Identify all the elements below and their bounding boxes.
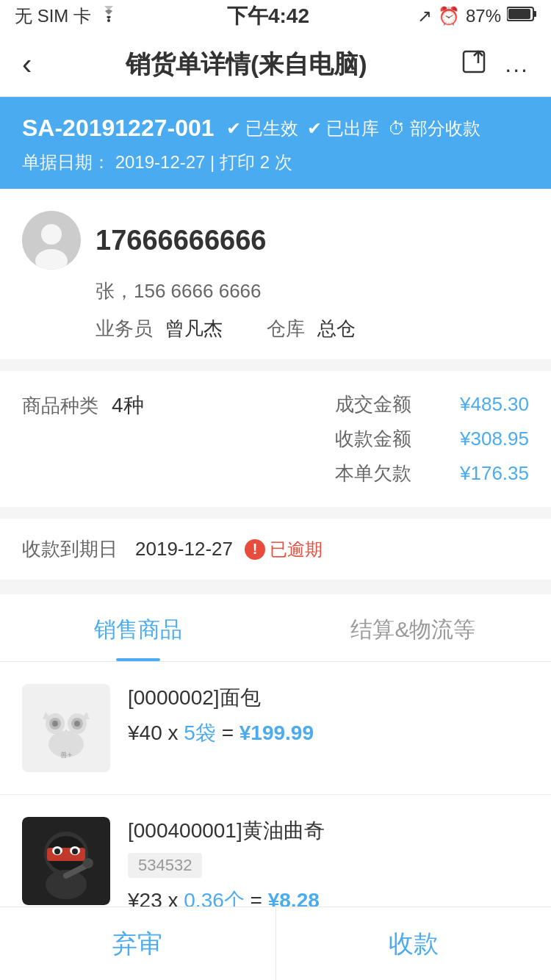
tab-settlement[interactable]: 结算&物流等	[276, 594, 551, 661]
products-section: 兽+ [0000002]面包 ¥40 x 5袋 = ¥199.99	[0, 662, 551, 937]
share-icon[interactable]	[461, 48, 487, 81]
status-shipped: ✔ 已出库	[307, 117, 379, 140]
customer-meta: 业务员 曾凡杰 仓库 总仓	[96, 316, 529, 342]
warehouse-row: 仓库 总仓	[267, 316, 356, 342]
product-info-1: [0000002]面包 ¥40 x 5袋 = ¥199.99	[128, 684, 529, 747]
confirm-button[interactable]: 收款	[276, 907, 552, 980]
salesperson-row: 业务员 曾凡杰	[96, 316, 223, 342]
status-badges: ✔ 已生效 ✔ 已出库 ⏱ 部分收款	[226, 117, 480, 140]
svg-point-27	[54, 849, 60, 854]
due-date-label: 收款到期日	[22, 536, 118, 562]
deal-amount: 成交金额 ¥485.30	[335, 392, 529, 417]
overdue-text: 已逾期	[270, 538, 323, 561]
alarm-icon: ⏰	[438, 6, 460, 26]
received-amount: 收款金额 ¥308.95	[335, 426, 529, 452]
order-header: SA-20191227-001 ✔ 已生效 ✔ 已出库 ⏱ 部分收款 单据日期：…	[0, 97, 551, 189]
status-time: 下午4:42	[227, 2, 309, 30]
more-icon[interactable]: ...	[505, 51, 529, 78]
amounts-row: 商品种类 4种 成交金额 ¥485.30 收款金额 ¥308.95 本单欠款 ¥…	[22, 392, 529, 486]
due-date-section: 收款到期日 2019-12-27 ! 已逾期	[0, 519, 551, 580]
customer-name-phone: 张，156 6666 6666	[96, 278, 529, 304]
page-title: 销货单详情(来自电脑)	[126, 48, 367, 82]
amounts-section: 商品种类 4种 成交金额 ¥485.30 收款金额 ¥308.95 本单欠款 ¥…	[0, 371, 551, 507]
bottom-bar: 弃审 收款	[0, 907, 551, 980]
status-partial-payment: ⏱ 部分收款	[388, 117, 480, 140]
product-item: 兽+ [0000002]面包 ¥40 x 5袋 = ¥199.99	[0, 662, 551, 795]
tabs-section: 销售商品 结算&物流等	[0, 594, 551, 662]
check-icon-2: ✔	[307, 118, 322, 139]
svg-rect-3	[508, 9, 530, 19]
customer-section: 17666666666 张，156 6666 6666 业务员 曾凡杰 仓库 总…	[0, 189, 551, 359]
svg-point-0	[107, 19, 110, 22]
avatar	[22, 211, 81, 270]
svg-point-28	[72, 849, 78, 854]
svg-point-31	[83, 858, 93, 868]
product-thumb-2	[22, 817, 110, 905]
product-name-1: [0000002]面包	[128, 684, 529, 712]
status-right: ↗ ⏰ 87%	[417, 6, 536, 26]
category-count: 商品种类 4种	[22, 392, 144, 419]
status-left: 无 SIM 卡	[15, 4, 119, 28]
battery-icon	[507, 6, 536, 26]
svg-point-14	[52, 721, 58, 727]
tab-sales[interactable]: 销售商品	[0, 594, 276, 661]
nav-bar: ‹ 销货单详情(来自电脑) ...	[0, 32, 551, 97]
product-thumb-1: 兽+	[22, 684, 110, 772]
back-button[interactable]: ‹	[22, 48, 32, 81]
customer-phone: 17666666666	[96, 225, 266, 256]
product-info-2: [000400001]黄油曲奇 534532 ¥23 x 0.36个 = ¥8.…	[128, 817, 529, 915]
wifi-icon	[98, 6, 119, 26]
tabs-row: 销售商品 结算&物流等	[0, 594, 551, 662]
check-icon-1: ✔	[226, 118, 241, 139]
svg-text:兽+: 兽+	[60, 751, 72, 759]
owed-amount: 本单欠款 ¥176.35	[335, 461, 529, 486]
nav-actions: ...	[461, 48, 529, 81]
overdue-badge: ! 已逾期	[245, 538, 323, 561]
sim-status: 无 SIM 卡	[15, 4, 91, 28]
product-name-2: [000400001]黄油曲奇	[128, 817, 529, 845]
battery-text: 87%	[466, 6, 501, 26]
order-header-top: SA-20191227-001 ✔ 已生效 ✔ 已出库 ⏱ 部分收款	[22, 115, 529, 142]
customer-top: 17666666666	[22, 211, 529, 270]
cancel-button[interactable]: 弃审	[0, 907, 276, 980]
svg-point-15	[74, 721, 80, 727]
amount-right: 成交金额 ¥485.30 收款金额 ¥308.95 本单欠款 ¥176.35	[335, 392, 529, 486]
status-bar: 无 SIM 卡 下午4:42 ↗ ⏰ 87%	[0, 0, 551, 32]
order-date-row: 单据日期： 2019-12-27 | 打印 2 次	[22, 151, 529, 174]
svg-rect-2	[533, 11, 536, 17]
order-id: SA-20191227-001	[22, 115, 215, 142]
overdue-icon: !	[245, 539, 265, 560]
tab-underline	[116, 658, 160, 661]
product-price-1: ¥40 x 5袋 = ¥199.99	[128, 719, 529, 747]
product-tag-2: 534532	[128, 853, 202, 878]
svg-point-7	[41, 224, 62, 245]
due-date-value: 2019-12-27	[135, 538, 233, 561]
status-effected: ✔ 已生效	[226, 117, 298, 140]
location-icon: ↗	[417, 6, 432, 26]
clock-icon: ⏱	[388, 118, 406, 139]
